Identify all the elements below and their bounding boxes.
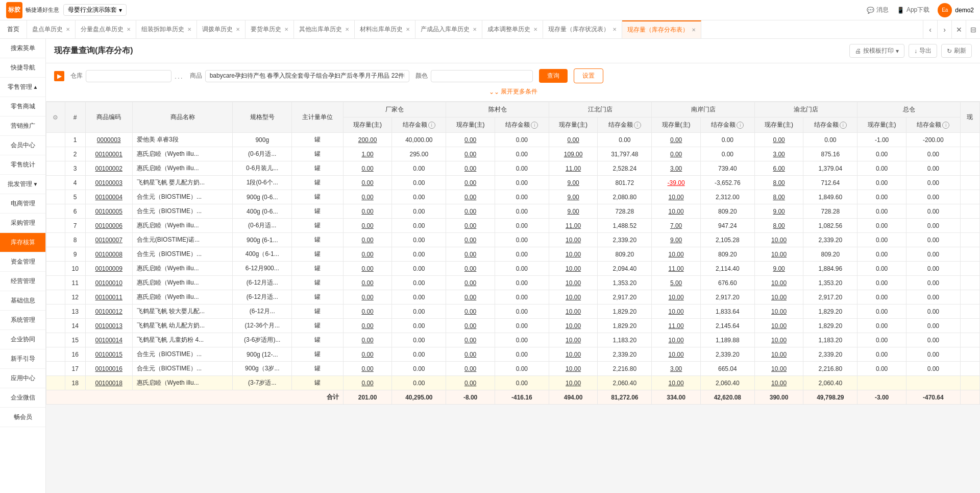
stock-link[interactable]: 11.00 <box>566 165 581 172</box>
stock-link[interactable]: 10.00 <box>771 294 787 301</box>
stock-link[interactable]: 11.00 <box>669 322 684 330</box>
stock-link[interactable]: 0.00 <box>670 151 682 158</box>
stock-link[interactable]: 0.00 <box>361 279 373 287</box>
stock-link[interactable]: 3.00 <box>773 151 785 158</box>
stock-link[interactable]: 10.00 <box>566 337 581 344</box>
code-link[interactable]: 00100006 <box>95 222 122 229</box>
stock-link[interactable]: 10.00 <box>566 251 581 258</box>
stock-link[interactable]: 0.00 <box>464 237 476 244</box>
stock-link[interactable]: -39.00 <box>668 179 685 186</box>
stock-link[interactable]: 0.00 <box>361 294 373 301</box>
sidebar-item-ecommerce[interactable]: 电商管理 <box>0 194 45 214</box>
close-icon[interactable]: ✕ <box>187 27 191 32</box>
stock-link[interactable]: 0.00 <box>464 222 476 229</box>
sidebar-item-retail-stats[interactable]: 零售统计 <box>0 155 45 175</box>
stock-link[interactable]: 0.00 <box>464 179 476 186</box>
close-icon[interactable]: ✕ <box>406 27 410 32</box>
stock-link[interactable]: 9.00 <box>670 237 682 244</box>
stock-link[interactable]: 200.00 <box>358 136 377 144</box>
stock-link[interactable]: 10.00 <box>771 237 787 244</box>
sidebar-item-apps[interactable]: 应用中心 <box>0 369 45 388</box>
info-icon[interactable]: i <box>737 122 744 129</box>
stock-link[interactable]: 0.00 <box>464 308 476 315</box>
stock-link[interactable]: 0.00 <box>361 322 373 330</box>
stock-link[interactable]: 0.00 <box>361 208 373 215</box>
color-input[interactable] <box>431 70 533 82</box>
tab-pandian[interactable]: 盘点单历史 ✕ <box>27 20 76 39</box>
code-link[interactable]: 00100018 <box>95 380 122 387</box>
stock-link[interactable]: 0.00 <box>464 294 476 301</box>
stock-link[interactable]: 3.00 <box>670 165 682 172</box>
stock-link[interactable]: 11.00 <box>669 265 684 272</box>
stock-link[interactable]: 9.00 <box>567 208 579 215</box>
code-link[interactable]: 00100016 <box>95 365 122 372</box>
stock-link[interactable]: 9.00 <box>773 208 785 215</box>
th-gear[interactable]: ⚙ <box>46 102 65 133</box>
tab-chancheng[interactable]: 产成品入库单历史 ✕ <box>415 20 482 39</box>
sidebar-item-member2[interactable]: 畅会员 <box>0 408 45 427</box>
sidebar-item-nav[interactable]: 快捷导航 <box>0 58 45 78</box>
stock-link[interactable]: 0.00 <box>464 380 476 387</box>
search-button[interactable]: 查询 <box>539 69 568 83</box>
sidebar-item-retailing[interactable]: 零售商城 <box>0 97 45 116</box>
stock-link[interactable]: 10.00 <box>669 380 684 387</box>
tab-yaohuo[interactable]: 要货单历史 ✕ <box>246 20 294 39</box>
stock-link[interactable]: 8.00 <box>773 222 785 229</box>
stock-link[interactable]: 6.00 <box>773 165 785 172</box>
code-link[interactable]: 00100005 <box>95 208 122 215</box>
close-icon[interactable]: ✕ <box>533 27 537 32</box>
code-link[interactable]: 00100014 <box>95 337 122 344</box>
sidebar-item-finance[interactable]: 资金管理 <box>0 252 45 272</box>
close-icon[interactable]: ✕ <box>345 27 349 32</box>
stock-link[interactable]: 0.00 <box>464 251 476 258</box>
stock-link[interactable]: 0.00 <box>773 136 785 144</box>
stock-link[interactable]: 0.00 <box>464 208 476 215</box>
stock-link[interactable]: 0.00 <box>464 151 476 158</box>
stock-link[interactable]: 0.00 <box>464 136 476 144</box>
stock-link[interactable]: 10.00 <box>771 351 787 358</box>
close-icon[interactable]: ✕ <box>127 27 131 32</box>
refresh-button[interactable]: ↻ 刷新 <box>941 44 972 58</box>
tab-home[interactable]: 首页 <box>0 20 27 39</box>
code-link[interactable]: 00100001 <box>95 151 122 158</box>
code-link[interactable]: 00100007 <box>95 237 122 244</box>
stock-link[interactable]: 0.00 <box>361 251 373 258</box>
stock-link[interactable]: 10.00 <box>771 337 787 344</box>
code-link[interactable]: 00100002 <box>95 165 122 172</box>
code-link[interactable]: 00100008 <box>95 251 122 258</box>
sidebar-item-purchase[interactable]: 采购管理 <box>0 214 45 233</box>
setting-button[interactable]: 设置 <box>574 68 603 83</box>
stock-link[interactable]: 10.00 <box>669 294 684 301</box>
user-area[interactable]: Ea demo2 <box>938 3 974 17</box>
stock-link[interactable]: 10.00 <box>566 351 581 358</box>
stock-link[interactable]: 10.00 <box>566 294 581 301</box>
stock-link[interactable]: 0.00 <box>361 265 373 272</box>
sidebar-item-wholesale[interactable]: 批发管理 ▼ <box>0 175 45 194</box>
close-icon[interactable]: ✕ <box>236 27 240 32</box>
sidebar-item-collab[interactable]: 企业协同 <box>0 330 45 349</box>
nav-close-button[interactable]: ✕ <box>951 20 966 39</box>
expand-arrow[interactable]: ▶ <box>54 71 64 81</box>
code-link[interactable]: 0000003 <box>97 136 121 144</box>
stock-link[interactable]: 8.00 <box>773 179 785 186</box>
stock-link[interactable]: 0.00 <box>361 365 373 372</box>
tab-xiancunliang2[interactable]: 现存量（库存分布表） ✕ <box>622 20 701 39</box>
stock-link[interactable]: 0.00 <box>464 265 476 272</box>
expand-conditions-button[interactable]: ⌄⌄ 展开更多条件 <box>489 87 537 96</box>
code-link[interactable]: 00100004 <box>95 194 122 201</box>
stock-link[interactable]: 9.00 <box>567 194 579 201</box>
tab-diaopo[interactable]: 调拨单历史 ✕ <box>197 20 246 39</box>
stock-link[interactable]: 11.00 <box>566 222 581 229</box>
warehouse-input[interactable] <box>86 70 172 82</box>
export-button[interactable]: ↓ 导出 <box>909 44 937 58</box>
store-select[interactable]: 母婴行业演示陈套 ▾ <box>63 4 127 16</box>
code-link[interactable]: 00100003 <box>95 179 122 186</box>
stock-link[interactable]: 0.00 <box>567 136 579 144</box>
sidebar-item-marketing[interactable]: 营销推广 <box>0 116 45 136</box>
close-icon[interactable]: ✕ <box>612 27 617 32</box>
stock-link[interactable]: 0.00 <box>361 380 373 387</box>
stock-link[interactable]: 9.00 <box>773 265 785 272</box>
stock-link[interactable]: 0.00 <box>464 194 476 201</box>
stock-link[interactable]: 10.00 <box>771 365 787 372</box>
code-link[interactable]: 00100013 <box>95 322 122 330</box>
